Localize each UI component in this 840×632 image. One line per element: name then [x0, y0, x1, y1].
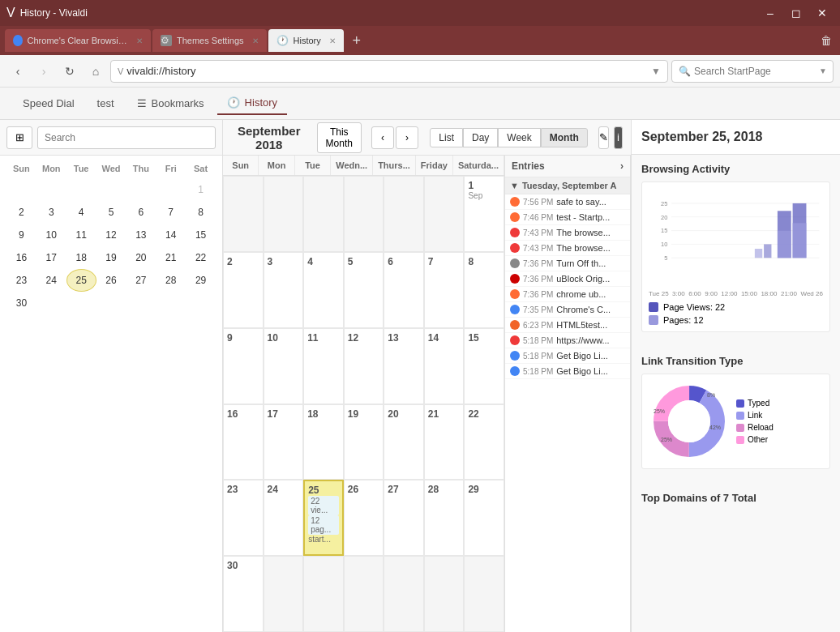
- info-button[interactable]: i: [614, 126, 623, 149]
- grid-view-button[interactable]: ⊞: [6, 126, 32, 149]
- search-dropdown-icon[interactable]: ▼: [819, 66, 827, 75]
- big-cal-day[interactable]: 21: [424, 404, 465, 480]
- entry-item[interactable]: 5:18 PMhttps://www...: [505, 333, 630, 348]
- big-cal-day[interactable]: 7: [424, 252, 465, 328]
- small-cal-day[interactable]: 2: [6, 201, 36, 224]
- big-cal-day[interactable]: 26: [344, 480, 384, 556]
- small-cal-day[interactable]: 30: [6, 292, 36, 314]
- minimize-button[interactable]: –: [759, 5, 782, 21]
- small-cal-day[interactable]: 6: [126, 201, 156, 224]
- entry-item[interactable]: 5:18 PMGet Bigo Li...: [505, 348, 630, 364]
- big-cal-day[interactable]: 28: [424, 480, 465, 556]
- tab-themes-close[interactable]: ✕: [252, 36, 259, 45]
- small-cal-day[interactable]: 15: [186, 224, 216, 246]
- nav-bookmarks[interactable]: ☰ Bookmarks: [127, 92, 214, 114]
- small-cal-day[interactable]: 24: [36, 269, 66, 292]
- small-cal-day[interactable]: 12: [96, 224, 126, 246]
- big-cal-day[interactable]: 22: [464, 404, 504, 480]
- small-cal-day[interactable]: 8: [186, 201, 216, 224]
- address-dropdown-icon[interactable]: ▼: [651, 66, 661, 77]
- tab-trash-icon[interactable]: 🗑: [821, 34, 835, 47]
- big-cal-day[interactable]: 23: [223, 480, 264, 556]
- big-cal-day[interactable]: 20: [384, 404, 424, 480]
- small-cal-day[interactable]: 29: [186, 269, 216, 292]
- big-cal-day[interactable]: 14: [424, 328, 465, 404]
- tab-themes[interactable]: ⚙ Themes Settings ✕: [152, 29, 267, 52]
- tab-history-close[interactable]: ✕: [329, 36, 336, 45]
- small-cal-day[interactable]: 3: [36, 201, 66, 224]
- small-cal-day[interactable]: 7: [156, 201, 186, 224]
- small-cal-day[interactable]: 10: [36, 224, 66, 246]
- small-cal-day[interactable]: 1: [186, 178, 216, 201]
- small-cal-day[interactable]: 21: [156, 246, 186, 269]
- entry-item[interactable]: 7:36 PMuBlock Orig...: [505, 271, 630, 287]
- small-cal-day[interactable]: 20: [126, 246, 156, 269]
- small-cal-day[interactable]: 23: [6, 269, 36, 292]
- entries-expand-icon[interactable]: ›: [620, 160, 624, 172]
- small-cal-day[interactable]: 16: [6, 246, 36, 269]
- entry-item[interactable]: 6:23 PMHTML5test...: [505, 318, 630, 333]
- day-view-button[interactable]: Day: [463, 128, 498, 147]
- entry-item[interactable]: 7:46 PMtest - Startp...: [505, 210, 630, 225]
- small-cal-day[interactable]: 14: [156, 224, 186, 246]
- small-cal-day[interactable]: 4: [66, 201, 96, 224]
- small-cal-day[interactable]: 22: [186, 246, 216, 269]
- tab-chrome-close[interactable]: ✕: [136, 36, 143, 45]
- entry-item[interactable]: 7:56 PMsafe to say...: [505, 194, 630, 210]
- list-view-button[interactable]: List: [430, 128, 463, 147]
- next-month-button[interactable]: ›: [396, 126, 418, 149]
- small-cal-day[interactable]: 5: [96, 201, 126, 224]
- big-cal-day[interactable]: 17: [264, 404, 304, 480]
- big-cal-day[interactable]: 10: [264, 328, 304, 404]
- entry-item[interactable]: 7:43 PMThe browse...: [505, 241, 630, 256]
- big-cal-day[interactable]: 2522 vie...12 pag...start...: [303, 480, 344, 556]
- nav-history[interactable]: 🕐 History: [217, 92, 287, 115]
- history-search-input[interactable]: [37, 126, 216, 149]
- small-cal-day[interactable]: 11: [66, 224, 96, 246]
- close-button[interactable]: ✕: [811, 5, 834, 21]
- big-cal-day[interactable]: 29: [464, 480, 504, 556]
- nav-speed-dial[interactable]: Speed Dial: [13, 92, 84, 114]
- entry-item[interactable]: 7:43 PMThe browse...: [505, 225, 630, 241]
- restore-button[interactable]: ◻: [785, 5, 808, 21]
- big-cal-day[interactable]: 19: [344, 404, 384, 480]
- small-cal-day[interactable]: 27: [126, 269, 156, 292]
- nav-test[interactable]: test: [88, 92, 124, 114]
- small-cal-day[interactable]: 28: [156, 269, 186, 292]
- address-bar[interactable]: V ▼: [110, 60, 668, 83]
- big-cal-day[interactable]: 8: [464, 252, 504, 328]
- home-button[interactable]: ⌂: [84, 60, 107, 83]
- big-cal-day[interactable]: 4: [303, 252, 344, 328]
- entry-item[interactable]: 7:36 PMchrome ub...: [505, 287, 630, 302]
- week-view-button[interactable]: Week: [498, 128, 540, 147]
- small-cal-day[interactable]: 19: [96, 246, 126, 269]
- small-cal-day[interactable]: 26: [96, 269, 126, 292]
- reload-button[interactable]: ↻: [58, 60, 81, 83]
- big-cal-day[interactable]: 2: [223, 252, 264, 328]
- big-cal-day[interactable]: 6: [384, 252, 424, 328]
- big-cal-day[interactable]: 11: [303, 328, 344, 404]
- address-input[interactable]: [126, 65, 648, 77]
- big-cal-day[interactable]: 5: [344, 252, 384, 328]
- tab-history[interactable]: 🕐 History ✕: [268, 29, 344, 52]
- big-cal-day[interactable]: 3: [264, 252, 304, 328]
- small-cal-day[interactable]: 17: [36, 246, 66, 269]
- this-month-button[interactable]: This Month: [317, 122, 362, 153]
- big-cal-day[interactable]: 13: [384, 328, 424, 404]
- big-cal-day[interactable]: 24: [264, 480, 304, 556]
- big-cal-day[interactable]: 30: [223, 556, 264, 632]
- tab-chrome[interactable]: Chrome's Clear Browsing Da... ✕: [5, 29, 151, 52]
- prev-month-button[interactable]: ‹: [371, 126, 394, 149]
- big-cal-day[interactable]: 16: [223, 404, 264, 480]
- big-cal-day[interactable]: 9: [223, 328, 264, 404]
- back-button[interactable]: ‹: [6, 60, 29, 83]
- entries-collapse-icon[interactable]: ▼: [510, 181, 519, 190]
- small-cal-day[interactable]: 25: [66, 269, 96, 292]
- new-tab-button[interactable]: +: [345, 29, 368, 52]
- settings-button[interactable]: ✎: [598, 126, 609, 149]
- search-input[interactable]: [694, 66, 816, 77]
- forward-button[interactable]: ›: [32, 60, 55, 83]
- search-box[interactable]: 🔍 ▼: [671, 60, 834, 83]
- big-cal-day[interactable]: 1Sep: [464, 176, 504, 252]
- small-cal-day[interactable]: 9: [6, 224, 36, 246]
